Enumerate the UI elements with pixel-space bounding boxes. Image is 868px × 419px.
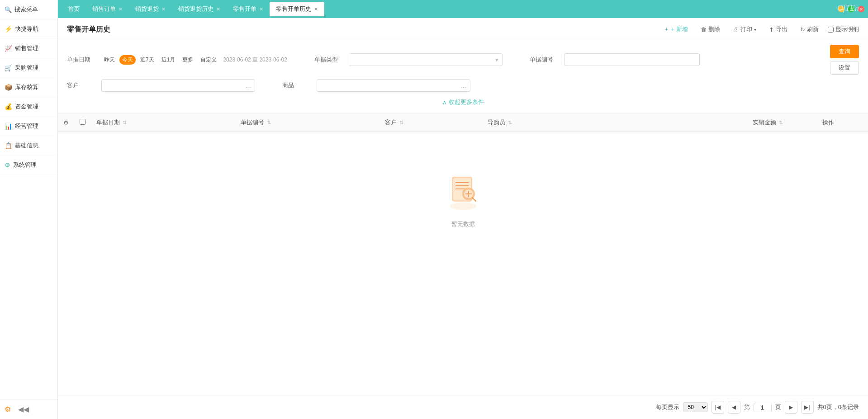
tab-label: 销货退货历史 [178,5,213,13]
sort-amount-icon: ⇅ [779,120,783,125]
delete-button[interactable]: 🗑 删除 [697,24,724,35]
sys-mgmt-icon: ⚙ [5,161,10,169]
sidebar-item-operations[interactable]: 📊 经营管理 [0,117,57,136]
collapse-more-btn[interactable]: ∧ 收起更多条件 [67,96,859,108]
page-number-input[interactable]: 1 [754,403,772,412]
export-button[interactable]: ⬆ 导出 [765,24,791,35]
sidebar-search-label: 搜索采单 [14,5,38,14]
tab-close-retail-open-history[interactable]: ✕ [314,6,318,12]
col-checkbox[interactable] [74,114,91,132]
customer-label: 客户 [67,81,92,89]
sort-bill-no-icon: ⇅ [267,120,271,125]
date-btn-more[interactable]: 更多 [180,55,196,65]
page-last-btn[interactable]: ▶| [801,401,814,414]
date-btn-last-month[interactable]: 近1月 [159,55,178,65]
date-shortcuts: 昨天 今天 近7天 近1月 更多 自定义 2023-06-02 至 2023-0… [101,55,287,65]
bill-no-label: 单据编号 [530,56,555,64]
customer-ellipsis: … [245,82,251,89]
goods-ellipsis: … [460,82,466,89]
tab-sales-order[interactable]: 销售订单 ✕ [86,2,129,16]
sidebar-collapse-icon[interactable]: ◀◀ [18,405,29,414]
bill-no-input[interactable] [564,53,700,66]
sort-salesperson-icon: ⇅ [508,120,512,125]
tab-sales-return[interactable]: 销货退货 ✕ [129,2,172,16]
search-icon: 🔍 [5,6,12,13]
per-page-select[interactable]: 50 20 100 [683,402,708,412]
page-next-btn[interactable]: ▶ [785,401,797,414]
date-btn-today[interactable]: 今天 [119,55,136,65]
empty-row: 暂无数据 [58,132,868,265]
print-dropdown-icon: ▾ [754,27,756,32]
tab-close-sales-return-history[interactable]: ✕ [216,6,220,12]
sidebar-item-quick-nav[interactable]: ⚡ 快捷导航 [0,19,57,39]
table-settings-icon[interactable]: ⚙ [63,119,69,126]
svg-point-0 [450,202,477,210]
sidebar-item-label: 经营管理 [15,122,38,130]
print-button[interactable]: 🖨 打印 ▾ [729,24,760,35]
col-settings[interactable]: ⚙ [58,114,74,132]
col-bill-no[interactable]: 单据编号 ⇅ [235,114,379,132]
sidebar-item-purchase-mgmt[interactable]: 🛒 采购管理 [0,58,57,78]
sidebar-item-label: 采购管理 [15,64,38,72]
bill-type-select[interactable]: ▾ [349,53,503,66]
goods-input[interactable]: … [317,79,470,92]
page-prev-btn[interactable]: ◀ [728,401,740,414]
customer-input[interactable]: … [101,79,255,92]
sidebar-search[interactable]: 🔍 搜索采单 [0,0,57,19]
data-table: ⚙ 单据日期 ⇅ 单据编号 ⇅ [58,114,868,264]
tab-home[interactable]: 首页 [62,5,86,13]
tab-retail-open[interactable]: 零售开单 ✕ [227,2,270,16]
page-first-btn[interactable]: |◀ [711,401,724,414]
add-button[interactable]: ＋ + 新增 [660,24,692,35]
per-page-label: 每页显示 [656,403,679,411]
sidebar-item-label: 基础信息 [15,141,38,150]
select-all-checkbox[interactable] [80,119,85,125]
sidebar-item-label: 销售管理 [15,44,38,52]
pagination: 每页显示 50 20 100 |◀ ◀ 第 1 页 ▶ ▶| 共0页，0条记录 [58,395,868,419]
date-btn-custom[interactable]: 自定义 [198,55,219,65]
tab-retail-open-history[interactable]: 零售开单历史 ✕ [270,2,324,16]
tab-label: 销货退货 [135,5,159,13]
tab-sales-return-history[interactable]: 销货退货历史 ✕ [172,2,227,16]
sidebar-item-label: 库存核算 [15,83,38,91]
tab-close-retail-open[interactable]: ✕ [259,6,263,12]
date-range-value: 2023-06-02 至 2023-06-02 [223,56,287,64]
col-salesperson[interactable]: 导购员 ⇅ [482,114,606,132]
col-date[interactable]: 单据日期 ⇅ [91,114,235,132]
col-customer[interactable]: 客户 ⇅ [379,114,482,132]
settings-icon[interactable]: ⚙ [5,405,11,414]
page-suffix: 页 [775,403,781,411]
date-btn-yesterday[interactable]: 昨天 [101,55,118,65]
sidebar-item-basic-info[interactable]: 📋 基础信息 [0,136,57,155]
display-detail-check[interactable] [828,27,834,33]
content-area: 零售开单历史 ＋ + 新增 🗑 删除 🖨 打印 ▾ ⬆ 导出 [58,18,868,419]
empty-text: 暂无数据 [451,220,475,228]
main-area: 首页 销售订单 ✕ 销货退货 ✕ 销货退货历史 ✕ 零售开单 ✕ 零售开单历史 … [58,0,868,419]
filter-row-1: 单据日期 昨天 今天 近7天 近1月 更多 自定义 2023-06-02 至 2… [67,45,859,75]
tab-bar: 首页 销售订单 ✕ 销货退货 ✕ 销货退货历史 ✕ 零售开单 ✕ 零售开单历史 … [58,0,868,18]
sidebar: 🔍 搜索采单 ⚡ 快捷导航 📈 销售管理 🛒 采购管理 📦 库存核算 💰 资金管… [0,0,58,419]
print-icon: 🖨 [733,26,739,33]
col-actual-amount[interactable]: 实销金额 ⇅ [644,114,788,132]
page-label: 第 [744,403,750,411]
sidebar-item-finance[interactable]: 💰 资金管理 [0,97,57,117]
date-btn-last7[interactable]: 近7天 [138,55,157,65]
display-detail-checkbox[interactable]: 显示明细 [828,25,859,33]
tab-close-sales-order[interactable]: ✕ [119,6,123,12]
date-filter-label: 单据日期 [67,56,92,64]
sidebar-item-sys-mgmt[interactable]: ⚙ 系统管理 [0,155,57,175]
tab-close-sales-return[interactable]: ✕ [161,6,166,12]
filter-area: 单据日期 昨天 今天 近7天 近1月 更多 自定义 2023-06-02 至 2… [58,39,868,114]
sidebar-item-sales-mgmt[interactable]: 📈 销售管理 [0,39,57,58]
refresh-button[interactable]: ↻ 刷新 [797,24,822,35]
chevron-up-icon: ∧ [442,99,447,106]
window-close-btn[interactable]: ✕ [858,6,864,12]
sidebar-item-inventory[interactable]: 📦 库存核算 [0,78,57,97]
sort-date-icon: ⇅ [123,120,127,125]
filter-row-2: 客户 … 商品 … [67,79,859,92]
page-header: 零售开单历史 ＋ + 新增 🗑 删除 🖨 打印 ▾ ⬆ 导出 [58,18,868,39]
query-button[interactable]: 查询 [830,45,859,58]
goods-label: 商品 [282,81,308,89]
purchase-mgmt-icon: 🛒 [5,64,12,71]
filter-settings-button[interactable]: 设置 [830,61,859,75]
